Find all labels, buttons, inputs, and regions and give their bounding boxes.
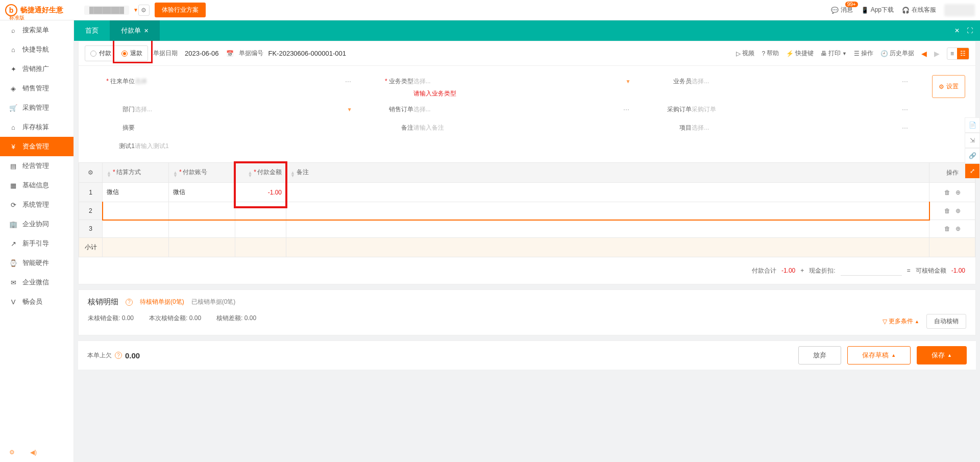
wechat-icon: ✉ <box>9 278 17 286</box>
prev-doc-button[interactable]: ◀ <box>921 50 927 58</box>
date-value[interactable]: 2023-06-06 <box>183 48 221 58</box>
tab-close-button[interactable]: ✕ <box>954 27 960 34</box>
float-expand-icon[interactable]: ⤢ <box>965 163 980 179</box>
cell-remark[interactable] <box>286 183 929 202</box>
help-icon[interactable]: ? <box>115 352 122 359</box>
partner-select[interactable]: 选择⋯ <box>135 75 352 88</box>
history-link[interactable]: 🕘历史单据 <box>880 49 914 58</box>
save-button[interactable]: 保存▲ <box>917 346 967 364</box>
next-doc-button[interactable]: ▶ <box>934 50 940 58</box>
sidebar-item-purchase[interactable]: 🛒采购管理 <box>0 98 74 117</box>
tab-home[interactable]: 首页 <box>74 20 110 41</box>
company-selector[interactable]: ████████ ▼ <box>84 6 138 15</box>
sidebar-item-quicknav[interactable]: ⌂快捷导航 <box>0 40 74 59</box>
sidebar-item-guide[interactable]: ↗新手引导 <box>0 234 74 253</box>
sidebar-item-wecom[interactable]: ✉企业微信 <box>0 273 74 292</box>
user-avatar[interactable] <box>944 4 975 16</box>
cell-account[interactable]: 微信 <box>169 183 235 202</box>
cell-amount[interactable] <box>235 220 286 238</box>
sidebar-item-marketing[interactable]: ✦营销推广 <box>0 59 74 79</box>
print-icon: 🖶 <box>821 50 827 57</box>
col-pay-account[interactable]: ▲▼*付款账号 <box>169 163 235 183</box>
sidebar-item-search[interactable]: ⌕搜索菜单 <box>0 20 74 40</box>
fullscreen-icon[interactable]: ⛶ <box>967 27 973 34</box>
tab-payment[interactable]: 付款单 ✕ <box>110 20 160 41</box>
radio-refund[interactable]: 退款 <box>116 46 148 61</box>
cell-remark[interactable] <box>286 220 929 238</box>
cell-account[interactable] <box>169 202 235 220</box>
sidebar-item-inventory[interactable]: ⌂库存核算 <box>0 117 74 137</box>
delete-icon[interactable]: 🗑 <box>944 189 950 196</box>
help-icon[interactable]: ? <box>126 299 133 306</box>
gear-icon[interactable]: ⚙ <box>9 449 15 456</box>
cell-remark[interactable] <box>286 202 929 220</box>
sidebar-label: 资金管理 <box>22 142 49 151</box>
sale-order-select[interactable]: 选择...⋯ <box>413 103 631 116</box>
remark-input[interactable]: 请输入备注 <box>413 121 631 135</box>
settings-button[interactable]: ⚙设置 <box>932 75 965 98</box>
radio-icon <box>121 51 128 57</box>
float-export-icon[interactable]: ⇲ <box>965 133 980 148</box>
test1-input[interactable]: 请输入测试1 <box>135 140 378 153</box>
cell-amount[interactable] <box>235 202 286 220</box>
delete-icon[interactable]: 🗑 <box>944 225 950 232</box>
col-remark[interactable]: ▲▼备注 <box>286 163 929 183</box>
add-row-icon[interactable]: ⊕ <box>955 207 961 214</box>
sidebar-item-hardware[interactable]: ⌚智能硬件 <box>0 253 74 273</box>
save-draft-button[interactable]: 保存草稿▲ <box>847 346 911 364</box>
col-pay-amount[interactable]: ▲▼*付款金额 <box>235 163 286 183</box>
cell-settle[interactable] <box>103 220 169 238</box>
help-link[interactable]: ?帮助 <box>762 49 779 58</box>
tab-pending-verify[interactable]: 待核销单据(0笔) <box>140 298 184 306</box>
sidebar-item-collab[interactable]: 🏢企业协同 <box>0 214 74 234</box>
sidebar-item-business[interactable]: ▤经营管理 <box>0 156 74 176</box>
dept-select[interactable]: 选择...▼ <box>135 103 352 116</box>
sidebar-item-system[interactable]: ⟳系统管理 <box>0 195 74 214</box>
cell-settle[interactable]: 微信 <box>103 183 169 202</box>
shortcut-link[interactable]: ⚡快捷键 <box>786 49 814 58</box>
abandon-button[interactable]: 放弃 <box>798 346 841 364</box>
summary-input[interactable] <box>135 121 352 133</box>
customer-service-link[interactable]: 🎧 在线客服 <box>902 6 936 14</box>
cell-amount[interactable]: -1.00 <box>235 183 286 202</box>
col-settle-method[interactable]: ▲▼*结算方式 <box>103 163 169 183</box>
help-icon: ? <box>762 50 765 57</box>
video-link[interactable]: ▷视频 <box>736 49 754 58</box>
collapse-icon[interactable]: ◀) <box>30 449 37 456</box>
cell-account[interactable] <box>169 220 235 238</box>
sidebar-item-funds[interactable]: ¥资金管理 <box>0 137 74 156</box>
app-download-link[interactable]: 📱 App下载 <box>861 6 894 14</box>
purchase-order-label: 采购订单 <box>667 106 692 113</box>
messages-link[interactable]: 💬 消息 99+ <box>831 6 853 14</box>
add-row-icon[interactable]: ⊕ <box>955 225 961 232</box>
warehouse-icon: ⌂ <box>9 123 17 131</box>
col-settings[interactable]: ⚙ <box>79 163 103 183</box>
settings-icon-button[interactable]: ⚙ <box>138 5 150 16</box>
more-icon: ⋯ <box>902 78 909 85</box>
auto-verify-button[interactable]: 自动核销 <box>926 314 966 329</box>
delete-icon[interactable]: 🗑 <box>944 207 950 214</box>
tab-done-verify[interactable]: 已核销单据(0笔) <box>191 298 236 306</box>
purchase-order-select[interactable]: 采购订单⋯ <box>692 103 909 116</box>
sidebar-item-member[interactable]: V畅会员 <box>0 292 74 311</box>
more-conditions-link[interactable]: ▽更多条件▲ <box>883 317 919 326</box>
float-link-icon[interactable]: 🔗 <box>965 148 980 163</box>
operate-link[interactable]: ☰操作 <box>854 49 873 58</box>
sidebar-item-sales[interactable]: ◈销售管理 <box>0 79 74 98</box>
pay-total-label: 付款合计 <box>752 266 776 275</box>
trial-plan-button[interactable]: 体验行业方案 <box>155 3 206 17</box>
view-form-button[interactable]: ☷ <box>957 48 969 59</box>
clerk-select[interactable]: 选择...⋯ <box>692 75 909 88</box>
discount-input[interactable] <box>841 265 902 276</box>
view-list-button[interactable]: ≡ <box>947 48 957 59</box>
biztype-select[interactable]: 选择...▼ <box>413 75 631 88</box>
add-row-icon[interactable]: ⊕ <box>955 189 961 196</box>
calendar-icon[interactable]: 📅 <box>226 50 234 57</box>
cell-settle[interactable] <box>103 202 169 220</box>
print-link[interactable]: 🖶打印▼ <box>821 49 847 58</box>
sidebar-item-basedata[interactable]: ▦基础信息 <box>0 176 74 195</box>
close-icon[interactable]: ✕ <box>144 28 149 34</box>
radio-pay[interactable]: 付款 <box>85 46 116 61</box>
float-note-icon[interactable]: 📄 <box>965 117 980 133</box>
project-select[interactable]: 选择...⋯ <box>692 121 909 135</box>
